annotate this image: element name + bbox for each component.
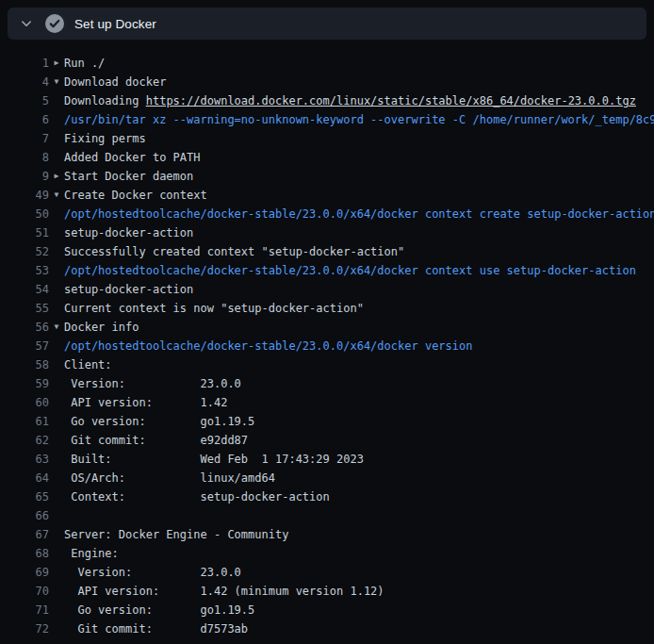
log-group-title[interactable]: Run ./ <box>64 54 654 73</box>
log-text: Server: Docker Engine - Community <box>64 525 654 544</box>
log-text: OS/Arch: linux/amd64 <box>64 469 654 487</box>
line-number[interactable]: 59 <box>0 374 49 393</box>
line-number[interactable]: 63 <box>0 450 49 469</box>
triangle-down-icon[interactable]: ▼ <box>49 186 64 205</box>
log-text: Go version: go1.19.5 <box>64 412 654 431</box>
caret-spacer <box>49 355 64 374</box>
log-plain-text: Go version: go1.19.5 <box>64 415 254 428</box>
caret-spacer <box>49 261 64 280</box>
line-number[interactable]: 62 <box>0 431 49 450</box>
line-number[interactable]: 64 <box>0 469 49 487</box>
chevron-down-icon[interactable] <box>19 16 34 31</box>
log-line: 68 Engine: <box>0 544 654 563</box>
caret-spacer <box>49 280 64 299</box>
log-plain-text: Create Docker context <box>64 189 207 202</box>
log-line: 60 API version: 1.42 <box>0 393 654 412</box>
caret-spacer <box>49 487 64 506</box>
log-group-title[interactable]: Download docker <box>64 73 654 91</box>
log-plain-text: Added Docker to PATH <box>64 151 201 164</box>
line-number[interactable]: 49 <box>0 186 49 205</box>
log-line: 54setup-docker-action <box>0 280 654 299</box>
line-number[interactable]: 72 <box>0 619 49 638</box>
log-group-title[interactable]: Start Docker daemon <box>64 167 654 186</box>
log-text: Version: 23.0.0 <box>64 563 654 582</box>
log-line: 9▶Start Docker daemon <box>0 167 654 186</box>
line-number[interactable]: 55 <box>0 299 49 318</box>
log-group-title[interactable]: Create Docker context <box>64 186 654 205</box>
log-text: Built: Wed Feb 1 17:43:29 2023 <box>64 450 654 469</box>
log-text: Successfully created context "setup-dock… <box>64 242 654 261</box>
triangle-down-icon[interactable]: ▼ <box>49 73 64 91</box>
caret-spacer <box>49 148 64 167</box>
caret-spacer <box>49 582 64 601</box>
log-line: 71 Go version: go1.19.5 <box>0 601 654 619</box>
log-plain-text: Engine: <box>64 547 119 560</box>
log-plain-text: Built: Wed Feb 1 17:43:29 2023 <box>64 453 364 466</box>
line-number[interactable]: 52 <box>0 242 49 261</box>
log-plain-text: Git commit: e92dd87 <box>64 434 248 447</box>
line-number[interactable]: 1 <box>0 54 49 73</box>
log-link[interactable]: https://download.docker.com/linux/static… <box>146 94 636 107</box>
log-text: Context: setup-docker-action <box>64 487 654 506</box>
line-number[interactable]: 6 <box>0 110 49 129</box>
log-command-text: /opt/hostedtoolcache/docker-stable/23.0.… <box>64 339 472 353</box>
log-plain-text: Download docker <box>64 75 166 89</box>
log-line: 52Successfully created context "setup-do… <box>0 242 654 261</box>
log-line: 5Downloading https://download.docker.com… <box>0 91 654 110</box>
line-number[interactable]: 53 <box>0 261 49 280</box>
log-plain-text: Client: <box>64 358 112 372</box>
log-line: 64 OS/Arch: linux/amd64 <box>0 469 654 487</box>
log-line: 67Server: Docker Engine - Community <box>0 525 654 544</box>
line-number[interactable]: 65 <box>0 487 49 506</box>
log-plain-text: Downloading <box>64 94 146 107</box>
log-text: Current context is now "setup-docker-act… <box>64 299 654 318</box>
line-number[interactable]: 61 <box>0 412 49 431</box>
caret-spacer <box>49 223 64 242</box>
line-number[interactable]: 8 <box>0 148 49 167</box>
line-number[interactable]: 7 <box>0 129 49 148</box>
triangle-right-icon[interactable]: ▶ <box>49 167 64 186</box>
log-text: Fixing perms <box>64 129 654 148</box>
line-number[interactable]: 57 <box>0 337 49 355</box>
log-line: 50/opt/hostedtoolcache/docker-stable/23.… <box>0 205 654 223</box>
line-number[interactable]: 71 <box>0 601 49 619</box>
log-group-title[interactable]: Docker info <box>64 318 654 337</box>
triangle-down-icon[interactable]: ▼ <box>49 318 64 337</box>
caret-spacer <box>49 525 64 544</box>
log-plain-text: Git commit: d7573ab <box>64 622 248 636</box>
log-plain-text: setup-docker-action <box>64 283 193 296</box>
caret-spacer <box>49 129 64 148</box>
log-text: Git commit: d7573ab <box>64 619 654 638</box>
log-line: 56▼Docker info <box>0 318 654 337</box>
log-text: Downloading https://download.docker.com/… <box>64 91 654 110</box>
line-number[interactable]: 54 <box>0 280 49 299</box>
line-number[interactable]: 4 <box>0 73 49 91</box>
triangle-right-icon[interactable]: ▶ <box>49 54 64 73</box>
line-number[interactable]: 68 <box>0 544 49 563</box>
caret-spacer <box>49 469 64 487</box>
log-text: Version: 23.0.0 <box>64 374 654 393</box>
log-line: 70 API version: 1.42 (minimum version 1.… <box>0 582 654 601</box>
log-text: setup-docker-action <box>64 280 654 299</box>
line-number[interactable]: 50 <box>0 205 49 223</box>
line-number[interactable]: 56 <box>0 318 49 337</box>
log-line: 7Fixing perms <box>0 129 654 148</box>
line-number[interactable]: 9 <box>0 167 49 186</box>
line-number[interactable]: 67 <box>0 525 49 544</box>
line-number[interactable]: 60 <box>0 393 49 412</box>
log-command-text: /opt/hostedtoolcache/docker-stable/23.0.… <box>64 207 654 221</box>
line-number[interactable]: 5 <box>0 91 49 110</box>
log-text: setup-docker-action <box>64 223 654 242</box>
log-plain-text: Start Docker daemon <box>64 170 193 183</box>
line-number[interactable]: 58 <box>0 355 49 374</box>
log-line: 61 Go version: go1.19.5 <box>0 412 654 431</box>
log-plain-text: Run ./ <box>64 57 105 70</box>
caret-spacer <box>49 601 64 619</box>
line-number[interactable]: 69 <box>0 563 49 582</box>
step-header[interactable]: Set up Docker <box>8 8 646 40</box>
line-number[interactable]: 51 <box>0 223 49 242</box>
log-plain-text: Version: 23.0.0 <box>64 566 241 579</box>
line-number[interactable]: 66 <box>0 506 49 525</box>
log-line: 62 Git commit: e92dd87 <box>0 431 654 450</box>
line-number[interactable]: 70 <box>0 582 49 601</box>
